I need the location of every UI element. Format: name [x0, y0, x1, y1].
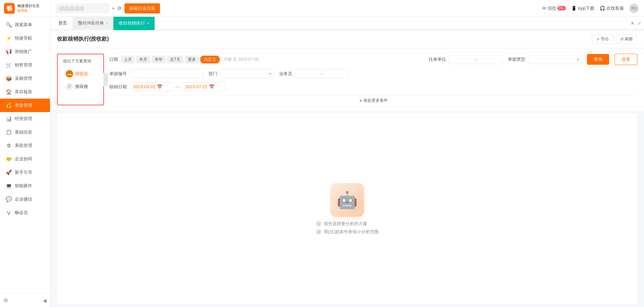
page-header: 收款核销执行(按收款) ↗ 导出 ↺ 刷新: [50, 30, 644, 48]
close-all-tabs-icon[interactable]: ✕: [631, 20, 635, 26]
user-avatar: Rit: [629, 4, 639, 13]
sidebar-item-label-member: 畅会员: [15, 210, 28, 216]
gear-icon[interactable]: ⚙: [117, 5, 122, 11]
receivable-option-label: 按应收: [75, 84, 88, 90]
sidebar-item-sales[interactable]: 🛒 销售管理: [0, 58, 50, 72]
content-body: 🤖 1 请先选择要分析的方案 2 用[过滤]条件来缩小分析范围: [57, 113, 637, 304]
app-download-button[interactable]: 📱 App下载: [571, 5, 594, 11]
custom-date-btn[interactable]: 自定义: [200, 56, 220, 63]
collapse-more-button[interactable]: ∧ 收起更多条件: [109, 95, 637, 105]
sidebar-item-member[interactable]: V 畅会员: [0, 206, 50, 219]
sidebar-item-basic[interactable]: 📋 基础信息: [0, 125, 50, 139]
filter-collapse-button[interactable]: 《: [103, 73, 108, 86]
export-icon: ↗: [596, 37, 599, 42]
tab-close-writeoff[interactable]: ×: [147, 21, 149, 25]
no-limit-label: 不限 至 2023-07-26: [224, 57, 259, 62]
filter-option-by-receivable[interactable]: ⏱ 按应收: [63, 81, 98, 92]
sidebar-logo: 畅 畅捷通好生意 标准版: [0, 0, 50, 17]
sidebar-bottom: ⚙ ◀: [0, 294, 50, 307]
dept-select[interactable]: [220, 69, 274, 78]
filter-panel: 按以下方案查询 💳 按收款 ⏱ 按应收 《 日期: [50, 48, 644, 111]
sidebar-item-search[interactable]: 🔍 搜索菜单: [0, 18, 50, 32]
export-button[interactable]: ↗ 导出: [592, 34, 613, 44]
tab-close-prepayment[interactable]: ×: [106, 21, 108, 25]
page-title: 收款核销执行(按收款): [57, 36, 109, 47]
app-logo-text: 畅捷通好生意 标准版: [17, 3, 40, 13]
sidebar-item-system[interactable]: ⚙ 系统管理: [0, 139, 50, 152]
filter-left-panel: 按以下方案查询 💳 按收款 ⏱ 按应收 《: [57, 54, 104, 105]
search-placeholder: ⬜⬜⬜⬜⬜: [59, 6, 84, 11]
last-month-btn[interactable]: 上月: [121, 56, 135, 63]
settings-button[interactable]: 设置: [614, 54, 637, 65]
counterpart-input[interactable]: ···: [449, 55, 502, 64]
filter-form: 日期 上月 本月 本年 近7天 更多 自定义 不限 至 2023-07-26: [109, 54, 637, 105]
guide-icon: 🚀: [5, 169, 12, 176]
collapse-sidebar-icon[interactable]: ◀: [43, 298, 47, 303]
settings-icon[interactable]: ⚙: [3, 297, 8, 304]
calendar-icon: 📅: [157, 84, 162, 89]
doc-number-input[interactable]: [129, 69, 203, 78]
sidebar-item-label-sales: 销售管理: [15, 62, 32, 68]
sidebar-item-quick-nav[interactable]: ⚡ 快捷导航: [0, 32, 50, 45]
staff-label: 业务员: [279, 71, 292, 77]
refresh-icon: ↺: [620, 37, 624, 42]
content-area: 收款核销执行(按收款) ↗ 导出 ↺ 刷新 按以下方案查询 💳 按收款: [50, 30, 644, 307]
wechat-icon: 💬: [5, 196, 12, 203]
query-button[interactable]: 查询: [587, 54, 609, 65]
system-icon: ⚙: [5, 142, 12, 149]
dept-select-wrap: [220, 69, 274, 78]
doc-type-field: 单据类型: [508, 55, 582, 64]
topbar-search-box: ⬜⬜⬜⬜⬜: [56, 4, 109, 13]
counterpart-label: 往来单位: [429, 56, 446, 62]
message-badge: 99+: [557, 6, 566, 10]
finance-icon: 💰: [5, 102, 12, 109]
message-icon: ✉: [542, 6, 546, 11]
refresh-button[interactable]: ↺ 刷新: [616, 34, 637, 44]
doc-type-label: 单据类型: [508, 56, 525, 62]
filter-section-title: 按以下方案查询: [63, 58, 98, 64]
staff-input[interactable]: ···: [295, 69, 348, 78]
sidebar-item-finance[interactable]: 💰 资金管理: [0, 99, 50, 112]
sidebar-item-inventory[interactable]: 🏠 库存核算: [0, 85, 50, 99]
sidebar-item-marketing[interactable]: 📢 营销推广: [0, 45, 50, 58]
sales-icon: 🛒: [5, 62, 12, 68]
sidebar-item-label-marketing: 营销推广: [15, 49, 32, 55]
tab-prepayment[interactable]: 预付冲应付单 ×: [72, 17, 113, 30]
sidebar-item-purchase[interactable]: 📦 采购管理: [0, 72, 50, 85]
sidebar-item-label-search: 搜索菜单: [15, 22, 32, 28]
sidebar-item-business[interactable]: 📊 经营管理: [0, 112, 50, 125]
topbar-right: ✉ 消息 99+ 📱 App下载 🎧 在线客服 Rit: [542, 4, 639, 13]
message-button[interactable]: ✉ 消息 99+: [542, 5, 566, 11]
user-profile[interactable]: Rit: [629, 4, 639, 13]
this-month-btn[interactable]: 本月: [136, 56, 150, 63]
sidebar-item-label-enterprise: 企业协同: [15, 156, 32, 162]
last-7-days-btn[interactable]: 近7天: [167, 56, 183, 63]
this-year-btn[interactable]: 本年: [152, 56, 166, 63]
calendar-icon-end: 📅: [209, 84, 214, 89]
sidebar-item-enterprise[interactable]: 🤝 企业协同: [0, 152, 50, 166]
business-icon: 📊: [5, 115, 12, 122]
filter-row-2: 单据编号 部门 业务员 ···: [109, 69, 637, 78]
basic-icon: 📋: [5, 129, 12, 136]
online-service-button[interactable]: 🎧 在线客服: [600, 5, 624, 11]
industry-solution-button[interactable]: 体验行业方案: [124, 3, 160, 13]
sidebar-item-label-quick-nav: 快捷导航: [15, 35, 32, 41]
doc-type-select[interactable]: [528, 55, 582, 64]
chevron-down-icon[interactable]: ▾: [112, 6, 114, 11]
writeoff-date-range: 2023-03-01 📅 — 2023-07-21 📅: [129, 82, 225, 91]
step-1-number: 1: [316, 221, 322, 227]
sidebar-item-hardware[interactable]: 💻 智能硬件: [0, 179, 50, 193]
tab-writeoff[interactable]: 收款核销执行 ×: [113, 17, 154, 30]
writeoff-end-input[interactable]: 2023-07-21 📅: [181, 82, 225, 91]
service-icon: 🎧: [600, 6, 605, 11]
writeoff-start-input[interactable]: 2023-03-01 📅: [129, 82, 173, 91]
sidebar-item-guide[interactable]: 🚀 新手引导: [0, 166, 50, 179]
more-date-btn[interactable]: 更多: [185, 56, 199, 63]
expand-tabs-icon[interactable]: ⤢: [637, 20, 641, 26]
member-icon: V: [5, 209, 12, 216]
sidebar-item-wechat[interactable]: 💬 企业微信: [0, 193, 50, 206]
filter-option-by-receipt[interactable]: 💳 按收款: [63, 68, 98, 80]
empty-step-1: 1 请先选择要分析的方案: [316, 221, 378, 227]
sidebar-item-label-basic: 基础信息: [15, 129, 32, 135]
tab-home[interactable]: 首页: [53, 17, 72, 30]
